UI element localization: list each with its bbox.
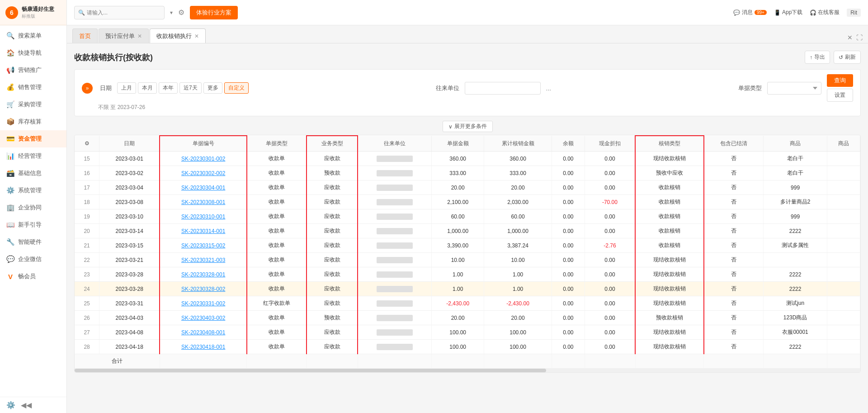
record-link[interactable]: SK-20230302-002 [181,170,225,176]
sidebar-item-wechat[interactable]: 💬 企业微信 [0,251,66,268]
counterparty-ellipsis-icon[interactable]: ... [546,85,552,92]
sidebar-item-marketing[interactable]: 📢 营销推广 [0,62,66,79]
cell-included: 否 [704,282,763,296]
setting-button[interactable]: 设置 [827,89,853,102]
topbar-message[interactable]: 💬 消息 99+ [733,9,767,16]
settings-icon[interactable]: ⚙️ [6,401,15,409]
cell-included: 否 [704,224,763,238]
record-link[interactable]: SK-20230310-001 [181,214,225,220]
cell-type: 收款单 [247,166,307,180]
sidebar-item-finance[interactable]: 💳 资金管理 [0,130,66,147]
expand-conditions-button[interactable]: ∨ 展开更多条件 [443,121,493,132]
sidebar-item-search[interactable]: 🔍 搜索菜单 [0,27,66,44]
record-link[interactable]: SK-20230418-001 [181,344,225,350]
cell-biz-type: 预收款 [307,166,358,180]
record-link[interactable]: SK-20230331-002 [181,300,225,307]
record-link[interactable]: SK-20230315-002 [181,242,225,249]
page-title: 收款核销执行(按收款) [74,52,153,63]
cell-num: 16 [75,166,99,180]
cell-included: 否 [704,325,763,340]
record-link[interactable]: SK-20230314-001 [181,228,225,234]
voucher-type-select[interactable] [767,82,821,95]
cell-goods1: 999 [763,180,827,195]
sidebar-item-enterprise[interactable]: 🏢 企业协同 [0,199,66,216]
record-link[interactable]: SK-20230403-002 [181,315,225,321]
cell-id: SK-20230403-002 [160,311,247,325]
table-row: 15 2023-03-01 SK-20230301-002 收款单 应收款 36… [75,152,860,166]
topbar-search-box[interactable]: 🔍 [74,6,165,19]
solution-button[interactable]: 体验行业方案 [190,6,238,19]
cell-goods1: 衣服00001 [763,325,827,340]
cell-discount: 0.00 [585,282,635,296]
filter-row: » 日期 上月 本月 本年 近7天 更多 自定义 往来单位 ... 单据类型 [82,74,853,102]
page-actions: ↑ 导出 ↺ 刷新 [805,51,861,64]
date-this-year-btn[interactable]: 本年 [159,82,178,94]
tab-prepay-close[interactable]: ✕ [137,33,142,39]
filter-collapse-button[interactable]: » [82,83,93,94]
cell-amount: -2,430.00 [432,296,484,311]
search-input[interactable] [87,9,150,16]
record-link[interactable]: SK-20230328-002 [181,286,225,292]
cell-goods2 [827,253,860,267]
cell-accum: 1.00 [484,282,552,296]
topbar-user[interactable]: Rit [847,9,861,17]
tab-collection[interactable]: 收款核销执行 ✕ [150,28,206,43]
query-button[interactable]: 查询 [827,74,853,87]
counterparty-input[interactable] [465,82,541,95]
tab-home[interactable]: 首页 [72,28,98,43]
sidebar-item-sales[interactable]: 💰 销售管理 [0,79,66,96]
phone-icon: 📱 [774,9,781,16]
sidebar-item-hardware[interactable]: 🔧 智能硬件 [0,233,66,251]
cell-date: 2023-03-28 [99,267,160,282]
record-link[interactable]: SK-20230301-002 [181,156,225,162]
record-link[interactable]: SK-20230321-003 [181,257,225,263]
tab-collection-close[interactable]: ✕ [194,33,199,39]
record-link[interactable]: SK-20230304-001 [181,185,225,191]
sidebar-item-quick[interactable]: 🏠 快捷导航 [0,44,66,62]
record-link[interactable]: SK-20230328-001 [181,271,225,278]
topbar-chevron-icon[interactable]: ▾ [170,9,173,16]
tab-close-all-icon[interactable]: ✕ [847,34,853,41]
topbar-gear-icon[interactable]: ⚙ [178,8,184,17]
date-last-month-btn[interactable]: 上月 [117,82,136,94]
cell-num: 24 [75,282,99,296]
sidebar-item-newbie[interactable]: 📖 新手引导 [0,216,66,233]
record-link[interactable]: SK-20230408-001 [181,329,225,336]
tab-expand-icon[interactable]: ⛶ [856,34,863,41]
cell-date: 2023-04-03 [99,311,160,325]
sidebar-item-member[interactable]: V 畅会员 [0,268,66,285]
topbar-app-download[interactable]: 📱 App下载 [774,9,802,16]
table-row: 26 2023-04-03 SK-20230403-002 收款单 预收款 20… [75,311,860,325]
cell-type: 收款单 [247,267,307,282]
date-this-month-btn[interactable]: 本月 [138,82,157,94]
cell-date: 2023-03-15 [99,238,160,253]
sidebar-item-operation[interactable]: 📊 经营管理 [0,147,66,165]
cell-type: 收款单 [247,195,307,209]
cell-date: 2023-03-21 [99,253,160,267]
cell-biz-type: 应收款 [307,253,358,267]
export-button[interactable]: ↑ 导出 [805,51,830,64]
sidebar-item-base[interactable]: 🗃️ 基础信息 [0,165,66,182]
scrollbar-thumb[interactable] [75,369,546,372]
cell-date: 2023-03-10 [99,209,160,224]
cell-discount: 0.00 [585,311,635,325]
collapse-icon[interactable]: ◀◀ [21,401,32,409]
date-7days-btn[interactable]: 近7天 [179,82,202,94]
refresh-button[interactable]: ↺ 刷新 [834,51,861,64]
date-more-btn[interactable]: 更多 [203,82,222,94]
sidebar-item-system[interactable]: ⚙️ 系统管理 [0,182,66,199]
record-link[interactable]: SK-20230308-001 [181,199,225,205]
cell-type: 收款单 [247,282,307,296]
cell-date: 2023-03-02 [99,166,160,180]
wechat-icon: 💬 [6,255,14,263]
date-custom-btn[interactable]: 自定义 [224,82,249,94]
col-settings[interactable]: ⚙ [75,136,99,152]
table-row: 24 2023-03-28 SK-20230328-002 收款单 应收款 1.… [75,282,860,296]
topbar-service[interactable]: 🎧 在线客服 [810,9,840,16]
sidebar-item-purchase[interactable]: 🛒 采购管理 [0,96,66,113]
cell-goods2 [827,166,860,180]
cell-balance: 0.00 [552,152,585,166]
tab-prepay[interactable]: 预计应付单 ✕ [99,28,149,43]
sidebar-item-inventory[interactable]: 📦 库存核算 [0,113,66,130]
table-scrollbar[interactable] [75,369,860,372]
